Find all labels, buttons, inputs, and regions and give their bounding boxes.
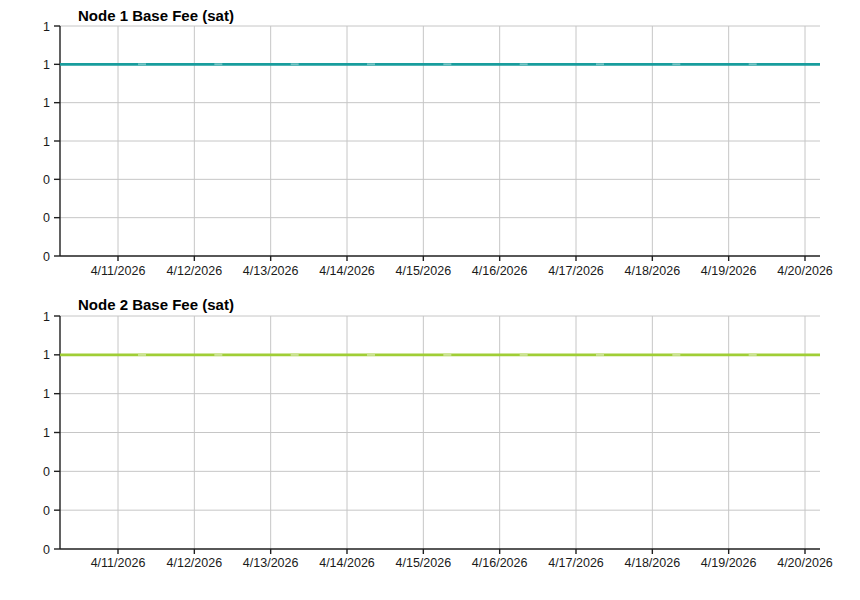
- y-tick-label: 1: [43, 310, 50, 324]
- base-fee-report-page: Node 1 Base Fee (sat) Node 2 Base Fee (s…: [0, 0, 860, 600]
- x-tick-label: 4/14/2026: [319, 556, 375, 570]
- y-tick-label: 0: [43, 250, 50, 264]
- y-tick-label: 0: [43, 465, 50, 479]
- x-tick-label: 4/19/2026: [701, 264, 757, 278]
- x-tick-label: 4/15/2026: [396, 264, 452, 278]
- y-tick-label: 0: [43, 211, 50, 225]
- x-tick-label: 4/17/2026: [548, 264, 604, 278]
- x-tick-label: 4/12/2026: [167, 556, 223, 570]
- x-tick-label: 4/15/2026: [396, 556, 452, 570]
- y-tick-label: 1: [43, 20, 50, 34]
- x-tick-label: 4/18/2026: [625, 264, 681, 278]
- y-tick-label: 0: [43, 173, 50, 187]
- x-tick-label: 4/14/2026: [319, 264, 375, 278]
- x-tick-label: 4/12/2026: [167, 264, 223, 278]
- x-tick-label: 4/11/2026: [91, 264, 146, 278]
- x-tick-label: 4/13/2026: [243, 264, 299, 278]
- node2-base-fee-chart: 00011114/11/20264/12/20264/13/20264/14/2…: [43, 310, 833, 571]
- y-tick-label: 0: [43, 504, 50, 518]
- x-tick-label: 4/16/2026: [472, 556, 528, 570]
- x-tick-label: 4/19/2026: [701, 556, 757, 570]
- base-fee-charts-canvas: 00011114/11/20264/12/20264/13/20264/14/2…: [0, 0, 860, 600]
- x-tick-label: 4/20/2026: [777, 556, 833, 570]
- y-tick-label: 1: [43, 387, 50, 401]
- y-tick-label: 1: [43, 96, 50, 110]
- y-tick-label: 1: [43, 135, 50, 149]
- x-tick-label: 4/18/2026: [625, 556, 681, 570]
- y-tick-label: 1: [43, 58, 50, 72]
- x-tick-label: 4/20/2026: [777, 264, 833, 278]
- node1-base-fee-chart: 00011114/11/20264/12/20264/13/20264/14/2…: [43, 20, 833, 279]
- x-tick-label: 4/16/2026: [472, 264, 528, 278]
- x-tick-label: 4/17/2026: [548, 556, 604, 570]
- y-tick-label: 1: [43, 348, 50, 362]
- y-tick-label: 1: [43, 426, 50, 440]
- x-tick-label: 4/13/2026: [243, 556, 299, 570]
- y-tick-label: 0: [43, 543, 50, 557]
- x-tick-label: 4/11/2026: [91, 556, 146, 570]
